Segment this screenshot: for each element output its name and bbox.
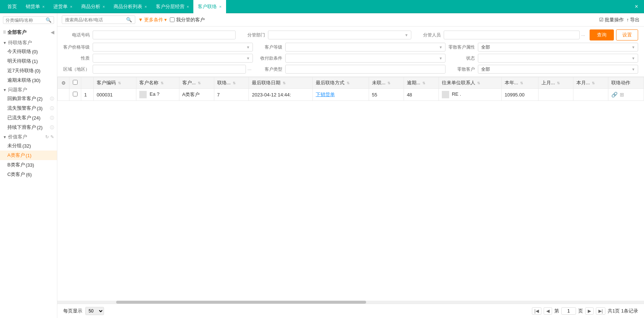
- setting-button[interactable]: 设置: [616, 29, 638, 40]
- nav-customer-contact[interactable]: 客户联络 ×: [193, 0, 226, 13]
- retail-attr-select[interactable]: 全部: [478, 43, 638, 52]
- sidebar-item-c-class[interactable]: C类客户 (6): [0, 170, 57, 179]
- sidebar-item-overdue[interactable]: 逾期未联络 (30): [0, 75, 57, 85]
- nav-home[interactable]: 首页: [3, 0, 21, 13]
- scroll-thumb[interactable]: [116, 301, 366, 304]
- close-product-analysis-list-icon[interactable]: ×: [144, 4, 147, 9]
- collapse-icon[interactable]: ◀: [51, 30, 54, 35]
- nav-purchase-order[interactable]: 进货单 ×: [49, 0, 76, 13]
- table-settings-icon[interactable]: ⚙: [61, 80, 66, 86]
- status-wrap: ▼: [478, 54, 638, 63]
- customer-level-select[interactable]: [285, 43, 446, 52]
- status-select[interactable]: [478, 54, 638, 63]
- filter-customer-type: 客户类型: [256, 65, 446, 74]
- th-last-contact-method[interactable]: 最后联络方式 ⇅: [312, 77, 369, 89]
- all-customers-header[interactable]: ⠿ 全部客户 ◀: [0, 27, 57, 38]
- contact-link-icon[interactable]: 🔗: [611, 92, 618, 98]
- sort-month-icon: ⇅: [592, 81, 595, 85]
- last-page-button[interactable]: ▶|: [596, 307, 605, 315]
- nature-label: 性质: [63, 55, 93, 61]
- query-button[interactable]: 查询: [590, 29, 614, 40]
- sort-no-contact-icon: ⇅: [387, 81, 390, 85]
- nav-customer-segmentation[interactable]: 客户分层经营 ×: [151, 0, 193, 13]
- more-conditions-button[interactable]: ▼ 更多条件 ▾: [138, 17, 167, 23]
- sidebar-search-input[interactable]: [6, 18, 46, 23]
- th-contact-person[interactable]: 往来单位联系人 ⇅: [439, 77, 501, 89]
- select-all-checkbox[interactable]: [73, 80, 78, 85]
- page-number-input[interactable]: [561, 307, 576, 315]
- sort-last-month-icon: ⇅: [557, 81, 560, 85]
- th-contact-count[interactable]: 联络... ⇅: [214, 77, 249, 89]
- close-all-button[interactable]: ×: [632, 3, 641, 10]
- th-last-contact-date[interactable]: 最后联络日期 ⇅: [249, 77, 312, 89]
- horizontal-scrollbar[interactable]: [57, 301, 644, 304]
- close-sales-order-icon[interactable]: ×: [42, 4, 44, 9]
- sidebar-item-today[interactable]: 今天待联络 (0): [0, 47, 57, 56]
- search-box[interactable]: 🔍: [62, 15, 135, 24]
- nature-select[interactable]: [93, 54, 253, 63]
- batch-ops-button[interactable]: ☑ 批量操作: [599, 17, 624, 23]
- th-name[interactable]: 客户名称 ⇅: [136, 77, 179, 89]
- price-level-select[interactable]: [93, 43, 253, 52]
- page-size-select[interactable]: 50 100 200: [85, 307, 104, 315]
- customer-type-input[interactable]: [285, 65, 446, 74]
- refresh-icon[interactable]: ↻: [45, 134, 49, 139]
- next-page-button[interactable]: ▶: [585, 307, 594, 315]
- payment-select[interactable]: [285, 54, 446, 63]
- close-customer-segmentation-icon[interactable]: ×: [187, 4, 189, 9]
- filter-payment: 收付款条件 ▼: [256, 54, 446, 63]
- dept-select[interactable]: [268, 31, 411, 39]
- sidebar-item-declining[interactable]: 持续下滑客户 (2) ⓘ: [0, 123, 57, 132]
- sidebar-item-churned[interactable]: 已流失客户 (24) ⓘ: [0, 113, 57, 123]
- th-code[interactable]: 客户编码 ⇅: [94, 77, 136, 89]
- sidebar-item-unclassified[interactable]: 未分组 (32): [0, 141, 57, 151]
- filter-region: 区域（地区） ···: [63, 65, 253, 74]
- sidebar-item-repurchase-anomaly[interactable]: 回购异常客户 (2) ⓘ: [0, 94, 57, 103]
- pending-contact-group[interactable]: ▼ 待联络客户: [0, 38, 57, 47]
- sidebar-item-churn-warning[interactable]: 流失预警客户 (3) ⓘ: [0, 103, 57, 113]
- retail-customer-select[interactable]: 全部: [478, 65, 638, 74]
- customer-avatar: [139, 91, 147, 98]
- filter-retail-customer: 零散客户 全部 ▼: [448, 65, 638, 74]
- price-level-label: 客户价格等级: [63, 44, 93, 50]
- main-layout: 🔍 ⠿ 全部客户 ◀ ▼ 待联络客户 今天待联络 (0) 明天待联络 (1) 近…: [0, 13, 644, 318]
- th-last-month[interactable]: 上月... ⇅: [538, 77, 573, 89]
- sidebar-item-7days[interactable]: 近7天待联络 (0): [0, 66, 57, 75]
- my-customers-checkbox-label[interactable]: 我分管的客户: [170, 17, 205, 23]
- th-current-year[interactable]: 本年... ⇅: [501, 77, 538, 89]
- region-input[interactable]: [93, 65, 246, 74]
- value-customers-group[interactable]: ▼ 价值客户 ↻ ✎: [0, 132, 57, 141]
- th-customer-type[interactable]: 客户... ⇅: [179, 77, 214, 89]
- sidebar-search-box[interactable]: 🔍: [3, 16, 54, 24]
- th-no-contact-days[interactable]: 未联... ⇅: [369, 77, 404, 89]
- phone-input[interactable]: [93, 31, 236, 39]
- close-product-analysis-icon[interactable]: ×: [103, 4, 105, 9]
- nav-sales-order[interactable]: 销货单 ×: [21, 0, 49, 13]
- customer-table: ⚙ 客户编码 ⇅ 客户名称 ⇅: [57, 77, 644, 101]
- close-purchase-order-icon[interactable]: ×: [70, 4, 72, 9]
- row-checkbox[interactable]: [73, 92, 78, 96]
- region-dots-icon[interactable]: ···: [246, 67, 253, 72]
- my-customers-checkbox[interactable]: [170, 17, 175, 22]
- edit-icon[interactable]: ✎: [50, 134, 54, 139]
- sidebar-item-tomorrow[interactable]: 明天待联络 (1): [0, 56, 57, 66]
- problem-customers-group[interactable]: ▼ 问题客户: [0, 85, 57, 94]
- close-customer-contact-icon[interactable]: ×: [219, 4, 221, 9]
- export-button[interactable]: ↑ 导出: [627, 17, 640, 23]
- sidebar-item-b-class[interactable]: B类客户 (33): [0, 160, 57, 170]
- qr-code-icon[interactable]: ⊞: [620, 92, 624, 98]
- manager-input[interactable]: [444, 31, 580, 39]
- nav-product-analysis-list[interactable]: 商品分析列表 ×: [109, 0, 151, 13]
- search-input[interactable]: [65, 17, 126, 22]
- filter-phone: 电话号码: [63, 31, 236, 39]
- nav-product-analysis[interactable]: 商品分析 ×: [77, 0, 109, 13]
- th-current-month[interactable]: 本月... ⇅: [573, 77, 608, 89]
- retail-customer-label: 零散客户: [448, 66, 478, 73]
- sidebar-item-a-class[interactable]: A类客户 (1): [0, 151, 57, 160]
- manager-dots-icon[interactable]: ···: [580, 32, 587, 38]
- last-contact-method-link[interactable]: 下销货单: [316, 92, 335, 97]
- prev-page-button[interactable]: ◀: [544, 307, 552, 315]
- td-no-contact-days: 55: [369, 89, 404, 101]
- th-overdue-days[interactable]: 逾期... ⇅: [404, 77, 439, 89]
- first-page-button[interactable]: |◀: [532, 307, 541, 315]
